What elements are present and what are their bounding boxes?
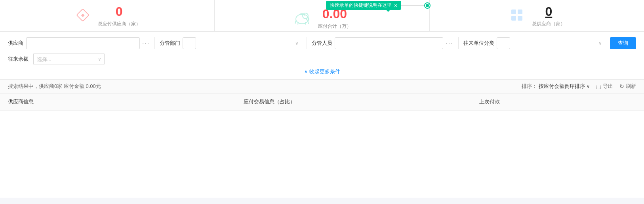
sort-wrapper: 排序： 按应付会额倒序排序 ∨ — [522, 83, 590, 90]
col-transaction-header: 应付交易信息（占比） — [244, 98, 479, 105]
svg-line-6 — [298, 22, 298, 25]
sort-label: 排序： — [522, 83, 537, 90]
unit-category-arrow-icon: ∨ — [598, 40, 602, 46]
result-summary: 搜索结果中，供应商0家 应付金额 0.00元 — [8, 83, 101, 90]
refresh-button[interactable]: ↻ 刷新 — [619, 83, 636, 90]
table-empty-state — [0, 111, 644, 198]
filter-row-2: 往来余额 选择... ∨ 选择... — [8, 53, 636, 65]
result-bar: 搜索结果中，供应商0家 应付金额 0.00元 排序： 按应付会额倒序排序 ∨ ⬚… — [0, 80, 644, 93]
refresh-label: 刷新 — [626, 83, 636, 90]
balance-select[interactable]: 选择... — [33, 53, 105, 65]
dept-label: 分管部门 — [160, 40, 180, 47]
export-button[interactable]: ⬚ 导出 — [596, 83, 613, 90]
svg-text:❖: ❖ — [81, 13, 85, 18]
unit-category-select-wrapper: ∨ — [497, 37, 605, 49]
filter-area: 供应商 ··· 分管部门 ∨ 分管人员 ··· 往来单位分类 — [0, 32, 644, 80]
divider-3 — [458, 37, 459, 49]
filter-row-1: 供应商 ··· 分管部门 ∨ 分管人员 ··· 往来单位分类 — [8, 37, 636, 49]
balance-label: 往来余额 — [8, 55, 29, 63]
grid-icon — [508, 6, 526, 25]
svg-rect-13 — [511, 16, 516, 21]
tooltip-text: 快速录单的快捷键说明在这里 — [330, 2, 392, 9]
person-input[interactable] — [335, 37, 444, 49]
col-lastpay-header: 上次付款 — [479, 98, 636, 105]
tooltip-dot — [425, 3, 430, 8]
sort-arrow-icon[interactable]: ∨ — [587, 84, 590, 89]
chevron-up-icon: ∧ — [304, 69, 308, 74]
query-button[interactable]: 查询 — [610, 37, 636, 49]
total-suppliers-number: 0 — [545, 4, 552, 19]
filter-group-unit-category: 往来单位分类 ∨ — [463, 37, 605, 49]
balance-select-wrapper: 选择... ∨ — [33, 53, 105, 65]
total-payable-number: 0 — [116, 4, 123, 19]
svg-rect-11 — [511, 10, 516, 14]
svg-rect-12 — [518, 10, 522, 14]
collapse-button[interactable]: ∧ 收起更多条件 — [304, 68, 340, 75]
piggy-icon — [293, 8, 312, 28]
filter-group-supplier: 供应商 ··· — [8, 37, 150, 49]
table-header: 供应商信息 应付交易信息（占比） 上次付款 — [0, 93, 644, 111]
person-dots[interactable]: ··· — [446, 40, 453, 47]
svg-line-7 — [305, 22, 306, 25]
dept-select[interactable] — [183, 37, 196, 49]
supplier-label: 供应商 — [8, 40, 24, 47]
total-suppliers-label: 总供应商（家） — [532, 21, 565, 27]
svg-point-4 — [304, 14, 305, 15]
dept-select-wrapper: ∨ — [183, 37, 301, 49]
tooltip-bubble: 快速录单的快捷键说明在这里 × — [326, 1, 401, 10]
diamond-icon: ❖ — [74, 6, 91, 25]
col-supplier-header: 供应商信息 — [8, 98, 244, 105]
person-label: 分管人员 — [312, 40, 332, 47]
supplier-input[interactable] — [26, 37, 140, 49]
stat-payable-total: 快速录单的快捷键说明在这里 × — [215, 0, 429, 31]
stat-total-payable-suppliers: ❖ 0 总应付供应商（家） — [0, 0, 215, 31]
divider-2 — [307, 37, 307, 49]
payable-total-label: 应付合计（万） — [318, 23, 351, 30]
total-payable-label: 总应付供应商（家） — [98, 21, 141, 27]
svg-line-5 — [295, 21, 296, 24]
unit-category-select[interactable] — [497, 37, 510, 49]
result-actions: 排序： 按应付会额倒序排序 ∨ ⬚ 导出 ↻ 刷新 — [522, 83, 636, 90]
dept-arrow-icon: ∨ — [295, 40, 299, 46]
refresh-icon: ↻ — [619, 83, 624, 90]
stat-total-suppliers: 0 总供应商（家） — [430, 0, 644, 31]
filter-group-dept: 分管部门 ∨ — [160, 37, 301, 49]
stats-bar: ❖ 0 总应付供应商（家） 快速录单的快捷键说明在这里 × — [0, 0, 644, 32]
supplier-dots[interactable]: ··· — [142, 40, 150, 47]
svg-line-8 — [308, 21, 309, 24]
filter-group-person: 分管人员 ··· — [312, 37, 453, 49]
export-label: 导出 — [603, 83, 613, 90]
table-area: 供应商信息 应付交易信息（占比） 上次付款 — [0, 93, 644, 198]
export-icon: ⬚ — [596, 83, 601, 90]
tooltip-close-icon[interactable]: × — [394, 2, 397, 9]
divider-1 — [154, 37, 155, 49]
collapse-label: 收起更多条件 — [309, 68, 340, 75]
unit-category-label: 往来单位分类 — [463, 40, 494, 47]
svg-point-10 — [307, 18, 309, 20]
sort-value[interactable]: 按应付会额倒序排序 — [539, 83, 585, 90]
svg-rect-14 — [518, 16, 522, 21]
